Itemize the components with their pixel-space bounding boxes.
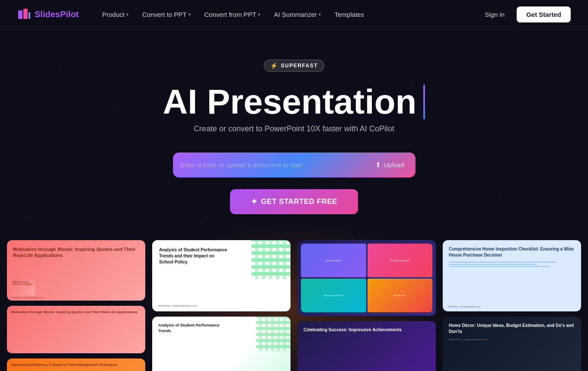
logo-icon <box>17 8 31 22</box>
card-brand: SlidesPilot · help@slidespilot.com <box>449 338 575 341</box>
svg-rect-0 <box>18 10 22 19</box>
hero-section: ⚡ SUPERFAST AI Presentation Create or co… <box>0 29 588 240</box>
card-mini-text: Improving Sales <box>324 257 343 263</box>
card-brand: SlidesPilot · help@slidespilot.com <box>11 296 44 299</box>
chevron-down-icon: ▾ <box>126 12 128 17</box>
get-started-cta-button[interactable]: ✦ GET STARTED FREE <box>230 189 358 214</box>
logo-text: SlidesPilot <box>35 10 79 19</box>
preview-col-3: Improving Sales Marketing Strategies Per… <box>297 240 436 371</box>
svg-rect-2 <box>29 12 30 19</box>
card-title: Home Décor: Unique Ideas, Budget Estimat… <box>449 323 575 335</box>
chevron-down-icon: ▾ <box>258 12 260 17</box>
nav-item-convert-from-ppt[interactable]: Convert from PPT ▾ <box>198 7 266 22</box>
line-1 <box>449 262 556 263</box>
card-pattern <box>256 317 291 351</box>
preview-col-1: Motivation through Words: Inspiring Quot… <box>7 240 145 371</box>
nav-links: Product ▾ Convert to PPT ▾ Convert from … <box>96 7 479 22</box>
preview-col-4: Comprehensive Home Inspection Checklist:… <box>443 240 581 371</box>
preview-col-2: Analysis of Student Performance Trends a… <box>152 240 291 371</box>
slide-card-motivation-2[interactable]: Motivation through Words: Inspiring Quot… <box>7 306 145 353</box>
card-brand: SlidesPilot · help@slidespilot.com <box>448 305 480 308</box>
slide-card-time-management[interactable]: Maximizing Efficiency: A Guide to Time M… <box>7 358 145 371</box>
get-started-nav-button[interactable]: Get Started <box>517 6 571 22</box>
card-mini-text: Performance Metrics <box>322 292 345 298</box>
line-2 <box>449 264 537 265</box>
lightning-icon: ⚡ <box>270 62 278 69</box>
input-wrapper: ⬆ Upload <box>173 152 415 177</box>
hero-subtitle: Create or convert to PowerPoint 10X fast… <box>194 124 394 133</box>
upload-button[interactable]: ⬆ Upload <box>372 159 408 171</box>
nav-item-templates[interactable]: Templates <box>329 7 370 22</box>
chevron-down-icon: ▾ <box>189 12 191 17</box>
card-mini-text: Market Data <box>392 292 407 298</box>
logo-link[interactable]: SlidesPilot <box>17 8 79 22</box>
card-title: Motivation through Words: Inspiring Quot… <box>13 246 139 259</box>
card-mini-text: Motivation through Words: Inspiring Quot… <box>13 281 33 285</box>
card-title: Analysis of Student Performance Trends a… <box>159 247 227 265</box>
title-cursor <box>423 85 425 119</box>
slide-previews: Motivation through Words: Inspiring Quot… <box>0 240 588 371</box>
navbar: SlidesPilot Product ▾ Convert to PPT ▾ C… <box>0 0 588 29</box>
card-title: Celebrating Success: Impressive Achievem… <box>304 327 430 333</box>
slide-card-motivation[interactable]: Motivation through Words: Inspiring Quot… <box>7 240 145 301</box>
superfast-badge: ⚡ SUPERFAST <box>264 60 324 72</box>
line-3 <box>449 266 550 267</box>
svg-rect-1 <box>23 9 28 19</box>
slide-card-green2[interactable]: Analysis of Student Performance Trends S… <box>152 317 291 371</box>
card-title: Maximizing Efficiency: A Guide to Time M… <box>11 363 141 367</box>
nav-right: Sign in Get Started <box>479 6 571 22</box>
card-mini-text: Marketing Strategies <box>388 257 412 263</box>
nav-item-product[interactable]: Product ▾ <box>96 7 134 22</box>
card-title: Motivation through Words: Inspiring Quot… <box>11 310 141 314</box>
signin-button[interactable]: Sign in <box>479 7 510 22</box>
topic-input-container: ⬆ Upload <box>173 152 415 177</box>
slide-card-colorful-grid[interactable]: Improving Sales Marketing Strategies Per… <box>297 240 436 316</box>
card-title: Analysis of Student Performance Trends <box>158 323 228 333</box>
slide-card-celebrate[interactable]: Celebrating Success: Impressive Achievem… <box>297 321 436 371</box>
slide-card-home-decor[interactable]: Home Décor: Unique Ideas, Budget Estimat… <box>443 317 581 371</box>
slide-card-analysis[interactable]: Analysis of Student Performance Trends a… <box>152 240 291 311</box>
chevron-down-icon: ▾ <box>319 12 321 17</box>
sparkle-icon: ✦ <box>251 197 258 206</box>
nav-item-ai-summarizer[interactable]: AI Summarizer ▾ <box>268 7 327 22</box>
card-brand: SlidesPilot · help@slidespilot.com <box>158 304 197 307</box>
topic-input[interactable] <box>180 161 372 168</box>
slide-card-inspection[interactable]: Comprehensive Home Inspection Checklist:… <box>443 240 581 311</box>
upload-icon: ⬆ <box>375 161 381 169</box>
hero-title: AI Presentation <box>163 84 425 120</box>
nav-item-convert-to-ppt[interactable]: Convert to PPT ▾ <box>136 7 197 22</box>
card-title: Comprehensive Home Inspection Checklist:… <box>449 246 575 258</box>
